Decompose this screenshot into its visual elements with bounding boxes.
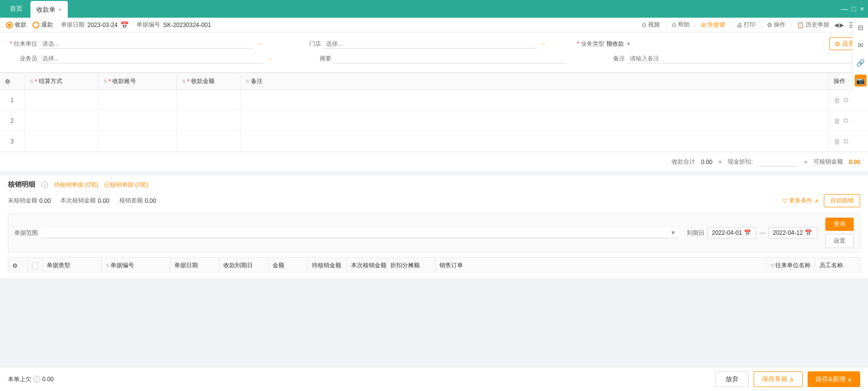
discount-input[interactable] [759, 157, 798, 167]
receive-radio[interactable]: 收款 [6, 21, 27, 29]
minimize-btn[interactable]: — [841, 5, 848, 13]
available-label: 可核销金额 [814, 158, 843, 166]
toolbar: 收款 退款 单据日期 2023-03-24 📅 单据编号 SK-20230324… [0, 18, 868, 32]
row-settlement-3[interactable] [25, 131, 98, 151]
row-amount-3[interactable] [177, 131, 241, 151]
writeoff-section: 核销明细 i 待核销单据 (0笔) 已核销单据 (0笔) 未核销金额 0.00 … [0, 175, 868, 278]
summary-input[interactable] [333, 54, 567, 63]
business-type-label: * 业务类型 [575, 40, 604, 48]
current-value: 0.00 [98, 197, 109, 204]
current-stat: 本次核销金额 0.00 [60, 196, 109, 205]
business-type-field: * 业务类型 预收款 ▼ [575, 40, 829, 48]
panel-link-icon[interactable]: 🔗 [855, 57, 867, 69]
print-btn[interactable]: 🖨 打印 [736, 21, 756, 29]
row-num-2: 2 [0, 111, 25, 131]
panel-table-icon[interactable]: ⊟ [855, 22, 867, 33]
to-date-input[interactable]: 2022-04-12 📅 [768, 227, 817, 239]
video-btn[interactable]: ⊙ 视频 [642, 21, 660, 29]
history-icon: 📋 [797, 22, 804, 28]
range-select[interactable]: ▼ [41, 228, 679, 238]
counterparty-more-icon[interactable]: ··· [257, 40, 262, 47]
maximize-btn[interactable]: □ [852, 5, 856, 13]
more-conditions-btn[interactable]: ▽ 更多条件 ∧ [783, 196, 819, 205]
row-remark-2[interactable] [241, 111, 829, 131]
store-more-icon[interactable]: ··· [541, 40, 545, 47]
row-remark-3[interactable] [241, 131, 829, 151]
panel-mail-icon[interactable]: ✉ [855, 39, 867, 51]
row-account-1[interactable] [98, 90, 177, 110]
counterparty-input[interactable] [39, 39, 253, 49]
close-btn[interactable]: × [860, 5, 864, 13]
th-account: ⇅ * 收款账号 [98, 73, 177, 89]
row-num-1: 1 [0, 90, 25, 110]
row-settlement-2[interactable] [25, 111, 98, 131]
to-date-value: 2022-04-12 [773, 229, 803, 236]
select-all-checkbox[interactable] [32, 262, 38, 270]
pending-tab[interactable]: 待核销单据 (0笔) [54, 181, 98, 189]
auto-writeoff-btn[interactable]: 自动核销 [824, 194, 860, 207]
operate-btn[interactable]: ⚙ 操作 [767, 21, 786, 29]
diff-stat: 核销差额 0.00 [119, 196, 156, 205]
remark-input[interactable] [627, 54, 860, 63]
tab-home[interactable]: 首页 [4, 0, 28, 18]
business-type-dropdown-icon[interactable]: ▼ [626, 41, 631, 47]
tab-active[interactable]: 收款单 × [30, 1, 68, 19]
nav-arrows: ◀ ▶ [834, 22, 844, 28]
date-value[interactable]: 2023-03-24 [87, 22, 117, 28]
sub-th-discount: 折扣分摊额 [386, 258, 435, 273]
row-amount-1[interactable] [177, 90, 241, 110]
row-account-3[interactable] [98, 131, 177, 151]
staff-input[interactable] [39, 54, 264, 63]
search-buttons: 查询 设置 [825, 218, 854, 248]
diff-value: 0.00 [145, 197, 156, 204]
writeoff-title: 核销明细 [8, 180, 35, 189]
window-controls: — □ × [841, 5, 864, 13]
range-dropdown-icon: ▼ [670, 229, 676, 236]
sub-th-due-date: 收款到期日 [219, 258, 269, 273]
receive-radio-dot [6, 22, 13, 28]
delete-icon-1[interactable]: 🗑 [834, 96, 841, 104]
copy-icon-2[interactable]: ⧉ [843, 116, 848, 125]
shortcut-btn[interactable]: ⊞ 快捷键 [701, 21, 725, 29]
th-settings[interactable]: ⚙ [0, 73, 25, 89]
th-settlement: ⇅ * 结算方式 [25, 73, 98, 89]
nav-right-icon[interactable]: ▶ [840, 22, 844, 28]
help-btn[interactable]: ⊙ 帮助 [672, 21, 690, 29]
store-label: 门店 [292, 40, 321, 48]
from-date-input[interactable]: 2022-04-01 📅 [707, 227, 757, 239]
row-amount-2[interactable] [177, 111, 241, 131]
query-btn[interactable]: 查询 [825, 218, 854, 231]
store-input[interactable] [323, 39, 537, 49]
staff-more-icon[interactable]: ··· [268, 56, 272, 62]
sub-th-checkbox[interactable] [28, 258, 43, 273]
delete-icon-2[interactable]: 🗑 [834, 117, 841, 125]
nav-left-icon[interactable]: ◀ [834, 22, 839, 28]
completed-tab[interactable]: 已核销单据 (0笔) [104, 181, 148, 189]
info-icon[interactable]: i [41, 181, 48, 188]
row-settlement-1[interactable] [25, 90, 98, 110]
table-row: 1 🗑 ⧉ [0, 90, 868, 111]
sub-setting-btn[interactable]: 设置 [825, 234, 854, 248]
copy-icon-3[interactable]: ⧉ [843, 137, 848, 145]
copy-icon-1[interactable]: ⧉ [843, 96, 848, 104]
table-row: 2 🗑 ⧉ [0, 111, 868, 131]
calendar-from-icon[interactable]: 📅 [744, 229, 751, 236]
equals-label: = [804, 159, 808, 166]
refund-radio[interactable]: 退款 [32, 21, 53, 29]
row-remark-1[interactable] [241, 90, 829, 110]
shortcut-label: 快捷键 [707, 21, 725, 29]
delete-icon-3[interactable]: 🗑 [834, 138, 841, 145]
th-remark: ⇅ 备注 [241, 73, 829, 89]
tab-close-icon[interactable]: × [58, 6, 62, 13]
sub-th-settings[interactable]: ⚙ [8, 258, 28, 273]
row-account-2[interactable] [98, 111, 177, 131]
total-value: 0.00 [701, 159, 712, 166]
calendar-icon[interactable]: 📅 [120, 21, 129, 29]
refund-label: 退款 [41, 21, 53, 29]
calendar-to-icon[interactable]: 📅 [805, 229, 812, 236]
history-btn[interactable]: 📋 历史单据 [797, 21, 829, 29]
panel-camera-icon[interactable]: 📷 [855, 75, 867, 86]
date-field: 单据日期 2023-03-24 📅 [61, 21, 129, 29]
help-label: 帮助 [678, 21, 690, 29]
required-mark: * [108, 78, 111, 85]
